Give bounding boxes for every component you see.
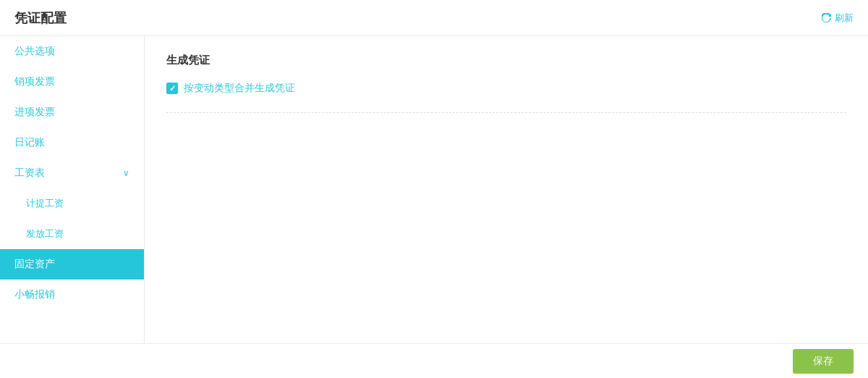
sidebar: 公共选项 销项发票 进项发票 日记账 工资表 ∨ 计提工资 发放工资 固定资产 … [0, 36, 145, 343]
sidebar-item-label: 进项发票 [14, 106, 55, 119]
checkbox-row: 按变动类型合并生成凭证 [166, 82, 846, 95]
sidebar-item-label: 小畅报销 [14, 288, 55, 301]
sidebar-item-journal[interactable]: 日记账 [0, 127, 144, 158]
sidebar-item-label: 日记账 [14, 136, 45, 149]
sidebar-item-payroll-provision[interactable]: 计提工资 [0, 188, 144, 219]
refresh-button[interactable]: 刷新 [822, 12, 854, 25]
sidebar-item-payroll-table[interactable]: 工资表 ∨ [0, 158, 144, 188]
content-area: 生成凭证 按变动类型合并生成凭证 [145, 36, 868, 343]
refresh-label: 刷新 [835, 12, 854, 25]
chevron-down-icon: ∨ [123, 168, 129, 178]
sidebar-item-label: 计提工资 [26, 197, 64, 210]
save-button[interactable]: 保存 [793, 349, 854, 374]
main-layout: 公共选项 销项发票 进项发票 日记账 工资表 ∨ 计提工资 发放工资 固定资产 … [0, 36, 868, 343]
sidebar-item-label: 销项发票 [14, 75, 55, 88]
page-header: 凭证配置 刷新 [0, 0, 868, 36]
sidebar-item-sales-invoice[interactable]: 销项发票 [0, 67, 144, 97]
sidebar-item-purchase-invoice[interactable]: 进项发票 [0, 97, 144, 127]
sidebar-item-expense-report[interactable]: 小畅报销 [0, 280, 144, 310]
sidebar-item-payroll-disbursement[interactable]: 发放工资 [0, 219, 144, 249]
checkbox-label: 按变动类型合并生成凭证 [184, 82, 295, 95]
sidebar-item-public-options[interactable]: 公共选项 [0, 36, 144, 67]
footer-bar: 保存 [0, 343, 868, 378]
sidebar-item-label: 工资表 [14, 167, 45, 180]
section-divider [166, 112, 846, 113]
sidebar-item-fixed-assets[interactable]: 固定资产 [0, 249, 144, 280]
sidebar-item-label: 公共选项 [14, 45, 55, 58]
section-title: 生成凭证 [166, 54, 846, 67]
page-title: 凭证配置 [14, 9, 67, 27]
merge-by-type-checkbox[interactable] [166, 83, 178, 94]
sidebar-item-label: 固定资产 [14, 258, 55, 271]
sidebar-item-label: 发放工资 [26, 227, 64, 240]
refresh-icon [822, 13, 832, 23]
